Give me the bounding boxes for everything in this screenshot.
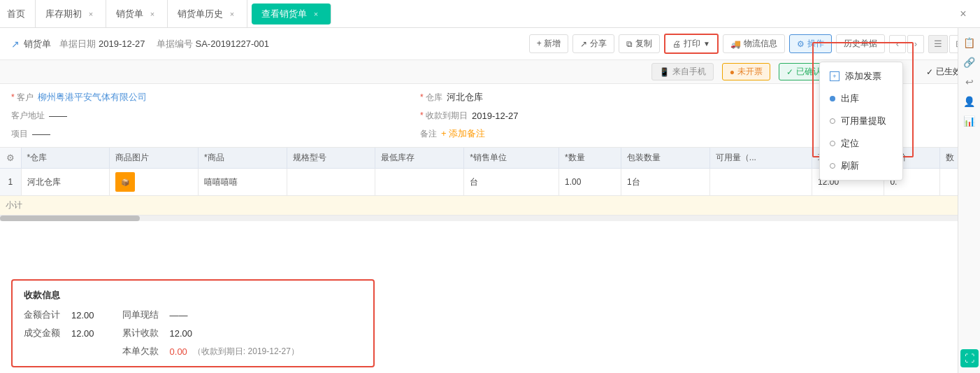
confirm-icon: ✓ bbox=[786, 67, 793, 77]
col-warehouse: *仓库 bbox=[21, 148, 110, 169]
product-image: 📦 bbox=[115, 172, 135, 192]
settlement-value: —— bbox=[170, 310, 188, 321]
sidebar-icon-4[interactable]: 👤 bbox=[960, 92, 979, 111]
prev-arrow[interactable]: ‹ bbox=[889, 35, 906, 53]
not-open-button[interactable]: ● 未开票 bbox=[722, 63, 770, 80]
copy-button[interactable]: ⧉ 复制 bbox=[619, 34, 660, 53]
tab-home-label: 首页 bbox=[7, 8, 25, 20]
dropdown-locate[interactable]: 定位 bbox=[820, 132, 902, 155]
arrears-value: 0.00 bbox=[170, 346, 187, 357]
logistics-label: 物流信息 bbox=[744, 38, 777, 50]
new-label: + 新增 bbox=[537, 38, 561, 50]
col-product: *商品 bbox=[198, 148, 287, 169]
phone-label: 来自手机 bbox=[672, 66, 706, 78]
row-unit: 台 bbox=[464, 169, 559, 196]
dropdown-refresh[interactable]: 刷新 bbox=[820, 155, 902, 177]
sidebar-icon-2[interactable]: 🔗 bbox=[960, 53, 979, 71]
operation-button[interactable]: ⚙ 操作 bbox=[789, 34, 832, 53]
cumulative-label: 累计收款 bbox=[122, 327, 164, 339]
invoice-icon: ● bbox=[730, 67, 735, 77]
remark-add-label[interactable]: 添加备注 bbox=[449, 128, 485, 139]
col-spec: 规格型号 bbox=[287, 148, 375, 169]
warehouse-field: 仓库 河北仓库 bbox=[420, 91, 560, 104]
project-label: 项目 bbox=[11, 128, 28, 140]
tab-view-sales[interactable]: 查看销货单 × bbox=[252, 3, 331, 24]
due-date-value: 2019-12-27 bbox=[472, 111, 519, 121]
history-label: 历史单据 bbox=[844, 38, 877, 50]
due-date-label: 收款到期日 bbox=[420, 110, 468, 122]
tab-history-close[interactable]: × bbox=[227, 9, 237, 19]
payment-info-panel: 收款信息 金额合计 12.00 成交金额 12.00 同单现结 —— bbox=[11, 279, 375, 367]
row-qty: 1.00 bbox=[559, 169, 621, 196]
row-product-img: 📦 bbox=[110, 169, 199, 196]
sidebar-icon-3[interactable]: ↩ bbox=[960, 73, 979, 91]
deal-amount-label: 成交金额 bbox=[24, 327, 66, 339]
print-button[interactable]: 🖨 打印 ▼ bbox=[664, 34, 719, 54]
warehouse-value: 河北仓库 bbox=[447, 91, 483, 104]
share-label: 分享 bbox=[590, 38, 607, 50]
deal-amount-value: 12.00 bbox=[71, 328, 94, 339]
row-warehouse: 河北仓库 bbox=[21, 169, 110, 196]
arrears-label: 本单欠款 bbox=[122, 345, 164, 358]
tab-view-close[interactable]: × bbox=[311, 9, 321, 19]
refresh-label: 刷新 bbox=[841, 160, 859, 172]
tab-sales-label: 销货单 bbox=[116, 8, 143, 20]
confirm-label: 已确认 bbox=[796, 66, 821, 78]
settings-icon[interactable]: ⚙ bbox=[6, 153, 15, 163]
amount-total-value: 12.00 bbox=[71, 310, 94, 321]
tab-inventory-close[interactable]: × bbox=[86, 9, 96, 19]
dropdown-outbound[interactable]: 出库 bbox=[820, 87, 902, 110]
scrollbar-thumb[interactable] bbox=[0, 216, 140, 221]
customer-value[interactable]: 柳州粤港平安气体有限公司 bbox=[38, 91, 147, 104]
sidebar-icon-expand[interactable]: ⛶ bbox=[960, 349, 979, 367]
col-product-img: 商品图片 bbox=[110, 148, 199, 169]
sidebar-icon-1[interactable]: 📋 bbox=[960, 34, 979, 52]
print-icon: 🖨 bbox=[672, 39, 681, 49]
outbound-dot bbox=[830, 96, 835, 101]
dropdown-available-qty[interactable]: 可用量提取 bbox=[820, 110, 902, 132]
refresh-dot bbox=[830, 163, 835, 169]
dropdown-add-invoice[interactable]: + 添加发票 bbox=[820, 65, 902, 87]
warehouse-label: 仓库 bbox=[420, 92, 442, 104]
due-date-field: 收款到期日 2019-12-27 bbox=[420, 110, 560, 122]
tab-home[interactable]: 首页 bbox=[7, 0, 36, 28]
customer-label: 客户 bbox=[11, 92, 34, 104]
arrears-row: 本单欠款 0.00 （收款到期日: 2019-12-27） bbox=[122, 345, 299, 358]
col-unit: *销售单位 bbox=[464, 148, 559, 169]
print-arrow-icon: ▼ bbox=[703, 40, 710, 48]
new-button[interactable]: + 新增 bbox=[529, 34, 568, 53]
tab-sales-history[interactable]: 销货单历史 × bbox=[168, 0, 247, 28]
project-field: 项目 —— bbox=[11, 128, 151, 140]
from-phone-button[interactable]: 📱 来自手机 bbox=[651, 63, 714, 80]
col-available: 可用量（... bbox=[709, 148, 812, 169]
operation-label: 操作 bbox=[807, 38, 824, 50]
tab-sales-close[interactable]: × bbox=[147, 9, 157, 19]
share-icon: ↗ bbox=[580, 39, 587, 49]
locate-label: 定位 bbox=[841, 137, 859, 150]
operation-dropdown: + 添加发票 出库 可用量提取 定位 刷新 bbox=[819, 62, 903, 181]
next-arrow[interactable]: › bbox=[907, 35, 924, 53]
nav-arrows: ‹ › bbox=[889, 35, 924, 53]
tab-bar: 首页 库存期初 × 销货单 × 销货单历史 × 查看销货单 × × bbox=[0, 0, 980, 28]
list-view-button[interactable]: ☰ bbox=[928, 35, 948, 53]
info-col-right: 同单现结 —— 累计收款 12.00 本单欠款 0.00 （收款到期日: 201… bbox=[122, 309, 299, 358]
tab-sales[interactable]: 销货单 × bbox=[106, 0, 168, 28]
share-button[interactable]: ↗ 分享 bbox=[572, 34, 614, 53]
outbound-label: 出库 bbox=[841, 92, 859, 105]
arrears-note: （收款到期日: 2019-12-27） bbox=[193, 346, 299, 358]
table-scrollbar[interactable] bbox=[0, 216, 980, 221]
close-all-button[interactable]: × bbox=[953, 4, 973, 24]
sidebar-icon-5[interactable]: 📊 bbox=[960, 112, 979, 130]
tab-history-label: 销货单历史 bbox=[178, 8, 223, 20]
tab-inventory[interactable]: 库存期初 × bbox=[36, 0, 106, 28]
number-label: 单据编号 bbox=[157, 38, 193, 50]
row-min-stock bbox=[375, 169, 464, 196]
deal-amount-row: 成交金额 12.00 bbox=[24, 327, 94, 339]
locate-dot bbox=[830, 141, 835, 146]
history-button[interactable]: 历史单据 bbox=[836, 34, 885, 53]
remark-label: 备注 bbox=[420, 128, 437, 140]
date-value: 2019-12-27 bbox=[99, 38, 145, 49]
doc-meta: 单据日期 2019-12-27 单据编号 SA-20191227-001 bbox=[59, 38, 269, 50]
logistics-button[interactable]: 🚚 物流信息 bbox=[723, 34, 785, 53]
phone-icon: 📱 bbox=[659, 67, 670, 77]
